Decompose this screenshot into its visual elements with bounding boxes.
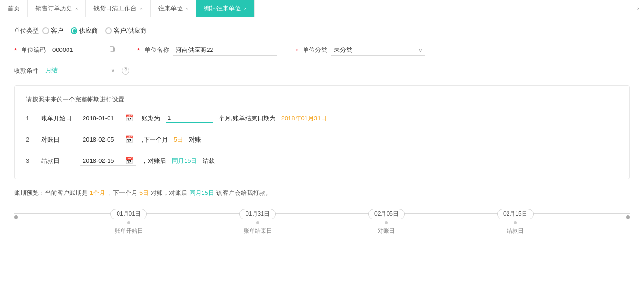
timeline-node-1-label: 账单结束日 xyxy=(244,227,272,235)
preview-suffix: 该客户会给我打款。 xyxy=(216,189,271,196)
period-suffix: 个月,账单结束日期为 xyxy=(219,114,276,123)
calendar-icon-1[interactable]: 📅 xyxy=(125,114,133,122)
timeline-node-0: 01月01日 账单开始日 xyxy=(110,209,147,235)
unit-code-label: 单位编码 xyxy=(21,46,46,54)
radio-both-label: 客户/供应商 xyxy=(114,26,146,35)
reconcile-desc-suffix: 对账 xyxy=(189,135,201,144)
preview-prefix: 账期预览：当前客户账期是 xyxy=(14,189,88,196)
timeline-items: 01月01日 账单开始日 01月31日 账单结束日 02月05日 对账日 02月… xyxy=(14,209,630,235)
close-icon[interactable]: × xyxy=(186,6,188,11)
reconcile-date-input[interactable] xyxy=(83,136,125,143)
payment-terms-value: 月结 xyxy=(45,66,111,75)
radio-supplier[interactable]: 供应商 xyxy=(71,26,98,35)
period-input[interactable] xyxy=(166,113,213,123)
help-icon[interactable]: ? xyxy=(122,67,129,75)
timeline-node-0-date: 01月01日 xyxy=(110,209,147,219)
timeline-node-3-dot xyxy=(514,221,517,224)
tab-home[interactable]: 首页 xyxy=(0,0,28,17)
setting-label-3: 结款日 xyxy=(41,157,74,165)
reconcile-date-input-wrapper: 📅 xyxy=(80,135,136,144)
timeline-node-1: 01月31日 账单结束日 xyxy=(239,209,276,235)
preview-highlight3: 同月15日 xyxy=(189,189,214,196)
radio-both-circle xyxy=(105,27,112,34)
preview-highlight2: 5日 xyxy=(139,189,149,196)
setting-row-2: 2 对账日 📅 ,下一个月 5日 对账 xyxy=(26,135,618,144)
close-icon[interactable]: × xyxy=(75,6,78,11)
reconcile-desc-highlight: 5日 xyxy=(174,135,183,144)
timeline-node-1-dot xyxy=(256,221,259,224)
period-prefix: 账期为 xyxy=(142,114,160,123)
start-date-input-wrapper: 📅 xyxy=(80,113,136,123)
close-icon[interactable]: × xyxy=(139,6,142,11)
settings-title: 请按照未来的一个完整帐期进行设置 xyxy=(26,95,618,104)
preview-highlight1: 1个月 xyxy=(90,189,105,196)
payment-terms-label: 收款条件 xyxy=(14,67,39,75)
timeline-node-3-label: 结款日 xyxy=(507,227,524,235)
unit-type-label: 单位类型 xyxy=(14,26,39,35)
tab-partner-units-label: 往来单位 xyxy=(158,4,183,13)
timeline-node-3-date: 02月15日 xyxy=(497,209,534,219)
preview-middle1: ，下一个月 xyxy=(107,189,137,196)
tabs-bar: 首页 销售订单历史 × 钱货日清工作台 × 往来单位 × 编辑往来单位 × › xyxy=(0,0,644,17)
unit-category-label: 单位分类 xyxy=(303,46,327,54)
timeline-node-2-date: 02月05日 xyxy=(368,209,405,219)
tab-partner-units[interactable]: 往来单位 × xyxy=(151,0,196,17)
tab-cashflow-workbench[interactable]: 钱货日清工作台 × xyxy=(86,0,150,17)
preview-text: 账期预览：当前客户账期是 1个月 ，下一个月 5日 对账，对账后 同月15日 该… xyxy=(14,189,630,197)
timeline-node-2: 02月05日 对账日 xyxy=(368,209,405,235)
unit-code-input[interactable] xyxy=(52,46,109,53)
tab-cashflow-workbench-label: 钱货日清工作台 xyxy=(93,4,136,13)
setting-index-1: 1 xyxy=(26,115,35,122)
tab-sales-order-history-label: 销售订单历史 xyxy=(35,4,72,13)
radio-customer-label: 客户 xyxy=(51,26,63,35)
radio-customer-circle xyxy=(42,27,49,34)
unit-name-label: 单位名称 xyxy=(144,46,169,54)
payment-desc-suffix: 结款 xyxy=(203,157,215,165)
unit-type-row: 单位类型 客户 供应商 客户/供应商 xyxy=(14,26,630,35)
payment-desc-prefix: ，对账后 xyxy=(142,157,166,165)
timeline-node-0-label: 账单开始日 xyxy=(115,227,143,235)
timeline-node-2-label: 对账日 xyxy=(378,227,395,235)
copy-icon[interactable] xyxy=(109,46,116,54)
payment-date-input-wrapper: 📅 xyxy=(80,156,136,166)
chevron-down-icon: ∨ xyxy=(111,67,115,74)
timeline-node-2-dot xyxy=(385,221,388,224)
calendar-icon-3[interactable]: 📅 xyxy=(125,157,133,164)
tab-edit-partner-unit[interactable]: 编辑往来单位 × xyxy=(196,0,254,17)
unit-code-field-wrapper xyxy=(50,45,119,55)
preview-middle2: 对账，对账后 xyxy=(151,189,187,196)
timeline: 01月01日 账单开始日 01月31日 账单结束日 02月05日 对账日 02月… xyxy=(14,205,630,235)
timeline-start-dot xyxy=(14,215,18,219)
setting-index-2: 2 xyxy=(26,136,35,143)
unit-category-select[interactable]: 未分类 ∨ xyxy=(331,45,425,56)
required-star-name: * xyxy=(137,47,140,54)
tab-home-label: 首页 xyxy=(8,4,20,13)
svg-rect-1 xyxy=(110,47,114,51)
unit-info-row: * 单位编码 * 单位名称 * 单位分类 未分类 ∨ xyxy=(14,44,630,56)
tab-edit-partner-unit-label: 编辑往来单位 xyxy=(204,4,241,13)
timeline-node-0-dot xyxy=(127,221,130,224)
payment-terms-row: 收款条件 月结 ∨ ? xyxy=(14,65,630,76)
setting-label-1: 账单开始日 xyxy=(41,114,74,123)
page-content: 单位类型 客户 供应商 客户/供应商 * 单位编码 xyxy=(0,17,644,287)
calendar-icon-2[interactable]: 📅 xyxy=(125,135,133,143)
close-icon[interactable]: × xyxy=(244,6,246,11)
tab-expand-button[interactable]: › xyxy=(633,0,644,17)
required-star-code: * xyxy=(14,47,17,54)
setting-row-3: 3 结款日 📅 ，对账后 同月15日 结款 xyxy=(26,156,618,166)
setting-row-1: 1 账单开始日 📅 账期为 个月,账单结束日期为 2018年01月31日 xyxy=(26,113,618,123)
radio-customer[interactable]: 客户 xyxy=(42,26,63,35)
radio-both[interactable]: 客户/供应商 xyxy=(105,26,146,35)
radio-supplier-label: 供应商 xyxy=(79,26,98,35)
setting-label-2: 对账日 xyxy=(41,135,74,144)
timeline-end-dot xyxy=(626,215,630,219)
tab-sales-order-history[interactable]: 销售订单历史 × xyxy=(28,0,86,17)
unit-name-input[interactable] xyxy=(173,44,277,56)
payment-terms-select[interactable]: 月结 ∨ xyxy=(42,65,118,76)
chevron-right-icon: › xyxy=(637,5,639,12)
period-result: 2018年01月31日 xyxy=(281,114,327,123)
payment-desc-highlight: 同月15日 xyxy=(172,157,197,165)
start-date-input[interactable] xyxy=(83,115,125,122)
settings-card: 请按照未来的一个完整帐期进行设置 1 账单开始日 📅 账期为 个月,账单结束日期… xyxy=(14,85,630,179)
payment-date-input[interactable] xyxy=(83,157,125,164)
